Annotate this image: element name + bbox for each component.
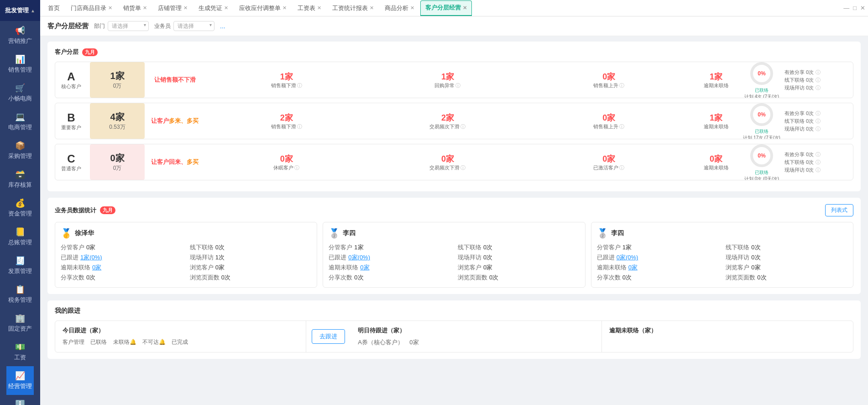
tab-close-6[interactable]: ✕ (317, 5, 321, 11)
circle-pct-C: 0% (758, 153, 765, 159)
tier-metric3-label-C: 已激活客户 ⓘ (593, 164, 624, 171)
staff-data-row-2-5: 浏览客户 0家 (726, 263, 847, 272)
staff-val-link-0-2[interactable]: 1家(0%) (80, 253, 102, 262)
sidebar-collapse-icon[interactable]: ▲ (31, 8, 35, 13)
tab-close-5[interactable]: ✕ (282, 5, 287, 11)
sidebar-item-税务管理[interactable]: 📋 税务管理 (6, 280, 34, 309)
staff-data-grid-1: 分管客户 1家 线下联络 0次 已跟进 0家(0%) 现场拜访 0次 逾期未联络… (329, 243, 579, 282)
sidebar-item-资金管理[interactable]: 💰 资金管理 (6, 194, 34, 222)
tab-close-1[interactable]: ✕ (108, 5, 112, 11)
sidebar-item-基础信息[interactable]: ℹ️ 基础信息 (6, 395, 34, 405)
sidebar-label-12: 经营管理 (8, 382, 32, 390)
staff-val-link-2-2[interactable]: 0家(0%) (617, 253, 638, 262)
sidebar-item-库存核算[interactable]: 🗃️ 库存核算 (6, 165, 34, 194)
tab-label-5: 应收应付调整单 (239, 4, 281, 12)
tier-name-C: 普通客户 (61, 165, 81, 172)
overdue-followup-title: 逾期未联络（家） (609, 326, 846, 335)
tab-首页[interactable]: 首页 (43, 0, 65, 16)
staff-val-link-1-4[interactable]: 0家 (360, 263, 369, 272)
followup-section: 我的跟进 今日跟进（家） 客户管理 已联络 未联络🔔 不可达🔔 已完成 去跟进 … (47, 300, 861, 359)
sidebar-label-6: 资金管理 (8, 210, 32, 218)
tier-metric1-C: 0家 休眠客户 ⓘ (268, 153, 305, 171)
tier-count-C: 0家 0万 (90, 144, 145, 180)
tier-metric3-C: 0家 已激活客户 ⓘ (591, 153, 627, 171)
tab-销货单[interactable]: 销货单✕ (118, 0, 152, 16)
tier-metric1-B: 2家 销售额下滑 ⓘ (268, 112, 305, 130)
tier-metric2-B: 2家 交易频次下滑 ⓘ (429, 112, 466, 130)
tier-metric1-num-C: 0家 (280, 153, 293, 164)
staff-data-row-0-0: 分管客户 0家 (61, 243, 183, 252)
more-button[interactable]: ... (220, 22, 225, 30)
tab-应收应付调整单[interactable]: 应收应付调整单✕ (234, 0, 292, 16)
staff-row-label-1-5: 浏览客户 (458, 263, 481, 272)
sidebar-icon-5: 🗃️ (15, 169, 25, 179)
sidebar-item-电商管理[interactable]: 💻 电商管理 (6, 107, 34, 136)
tab-生成凭证[interactable]: 生成凭证✕ (193, 0, 233, 16)
staff-val-link-1-2[interactable]: 0家(0%) (348, 253, 370, 262)
staff-select[interactable]: 请选择 (173, 21, 214, 31)
tab-close-7[interactable]: ✕ (370, 5, 374, 11)
staff-val-1-3: 0次 (483, 253, 492, 262)
staff-data-row-2-3: 现场拜访 0次 (726, 253, 847, 262)
dept-select[interactable]: 请选择 (108, 21, 149, 31)
stat-line-C-0: 有效分享 0次 ⓘ (784, 151, 849, 158)
sidebar-item-总账管理[interactable]: 📒 总账管理 (6, 222, 34, 251)
tab-close-2[interactable]: ✕ (143, 5, 147, 11)
go-followup-button[interactable]: 去跟进 (312, 329, 345, 344)
sidebar-item-经营管理[interactable]: 📈 经营管理 (6, 366, 34, 395)
tab-客户分层经营[interactable]: 客户分层经营✕ (420, 0, 472, 16)
staff-data-row-1-2: 已跟进 0家(0%) (329, 253, 450, 262)
tab-close-8[interactable]: ✕ (410, 5, 414, 11)
tier-contact-num-C: 0家 (710, 153, 722, 164)
tab-close-9[interactable]: ✕ (463, 5, 467, 11)
sidebar-icon-3: 💻 (15, 112, 25, 122)
tomorrow-followup-col: 明日待跟进（家） A券（核心客户） 0家 (350, 321, 601, 352)
go-followup-action: 去跟进 (306, 321, 350, 352)
sidebar-label-5: 库存核算 (8, 181, 32, 189)
tier-metric1-A: 1家 销售额下滑 ⓘ (268, 71, 305, 89)
staff-row-label-0-2: 已跟进 (61, 253, 78, 262)
tab-店铺管理[interactable]: 店铺管理✕ (153, 0, 193, 16)
staff-data-row-1-1: 线下联络 0次 (458, 243, 580, 252)
window-restore-icon[interactable]: □ (853, 5, 857, 11)
sidebar-item-发票管理[interactable]: 🧾 发票管理 (6, 251, 34, 280)
staff-data-row-0-2: 已跟进 1家(0%) (61, 253, 183, 262)
staff-val-1-1: 0次 (483, 243, 492, 252)
tab-close-4[interactable]: ✕ (224, 5, 228, 11)
content-area: 客户分层 九月 A 核心客户 1家 0万 让销售额不下滑 1家 销售额下滑 ⓘ … (40, 36, 868, 405)
tab-close-3[interactable]: ✕ (183, 5, 188, 11)
staff-row-label-0-7: 浏览页面数 (190, 274, 220, 282)
staff-data-row-2-4: 逾期未联络 0家 (597, 263, 719, 272)
staff-data-row-1-5: 浏览客户 0家 (458, 263, 580, 272)
sidebar-item-固定资产[interactable]: 🏢 固定资产 (6, 309, 34, 337)
tier-action-A: 让销售额不下滑 (147, 72, 202, 88)
staff-data-row-0-3: 现场拜访 1次 (190, 253, 312, 262)
staff-row-label-0-3: 现场拜访 (190, 253, 214, 262)
followup-title: 我的跟进 (55, 307, 853, 315)
overdue-followup-col: 逾期未联络（家） (602, 321, 853, 352)
followup-grid: 今日跟进（家） 客户管理 已联络 未联络🔔 不可达🔔 已完成 去跟进 明日待跟进… (55, 321, 853, 352)
sidebar-header[interactable]: 批发管理 ▲ (0, 0, 40, 21)
sidebar-item-营销推广[interactable]: 📢 营销推广 (6, 21, 34, 50)
tier-metric1-label-B: 销售额下滑 ⓘ (271, 123, 302, 130)
tier-letter-B: B (67, 111, 75, 124)
tab-门店商品目录[interactable]: 门店商品目录✕ (66, 0, 117, 16)
tab-工资表[interactable]: 工资表✕ (293, 0, 326, 16)
window-minimize-icon[interactable]: — (843, 5, 849, 11)
staff-val-link-0-4[interactable]: 0家 (92, 263, 101, 272)
sidebar-item-销售管理[interactable]: 📊 销售管理 (6, 50, 34, 79)
tab-工资统计报表[interactable]: 工资统计报表✕ (327, 0, 379, 16)
stat-line-A-0: 有效分享 0次 ⓘ (784, 69, 849, 76)
window-close-icon[interactable]: ✕ (860, 5, 865, 11)
staff-badge-2: 🥈 (597, 228, 608, 239)
staff-val-1-6: 0次 (354, 274, 363, 282)
sidebar-item-小畅电商[interactable]: 🛒 小畅电商 (6, 79, 34, 107)
tier-metric3-label-A: 销售额上升 ⓘ (593, 82, 624, 89)
sidebar-item-采购管理[interactable]: 📦 采购管理 (6, 136, 34, 165)
list-view-button[interactable]: 列表式 (825, 204, 853, 216)
staff-row-label-0-0: 分管客户 (61, 243, 84, 252)
tier-letter-C: C (67, 153, 75, 165)
sidebar-item-工资[interactable]: 💵 工资 (6, 337, 34, 366)
tab-商品分析[interactable]: 商品分析✕ (380, 0, 419, 16)
staff-val-link-2-4[interactable]: 0家 (628, 263, 638, 272)
